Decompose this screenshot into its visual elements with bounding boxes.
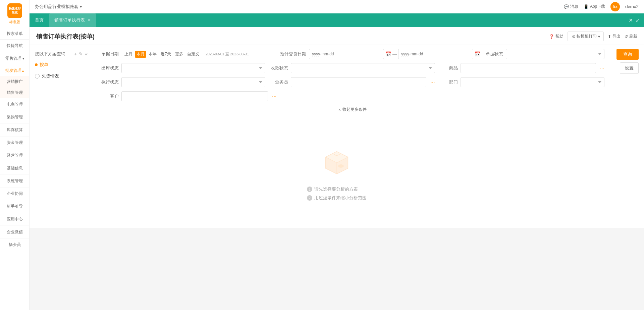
collapse-up-icon: ∧ bbox=[338, 107, 341, 112]
sidebar-item-system[interactable]: 系统管理 bbox=[0, 175, 29, 188]
tab-close-all-icon[interactable]: ✕ bbox=[629, 17, 633, 23]
tab-home[interactable]: 首页 bbox=[30, 13, 49, 27]
outbound-select[interactable] bbox=[121, 63, 265, 73]
filter-item-exec-status: 执行状态 bbox=[100, 77, 265, 87]
username-label[interactable]: demo2 bbox=[625, 4, 639, 9]
expand-icon: ▾ bbox=[22, 57, 24, 60]
sidebar-item-basic[interactable]: 基础信息 bbox=[0, 162, 29, 175]
app-logo: 畅捷送好生意 标准版 bbox=[0, 0, 29, 28]
refresh-button[interactable]: ↺ 刷新 bbox=[625, 34, 637, 39]
msg-icon: 💬 bbox=[564, 4, 569, 9]
print-button[interactable]: 🖨 按模板打印 ▾ bbox=[568, 32, 604, 41]
query-button[interactable]: 查询 bbox=[616, 49, 639, 60]
settings-button[interactable]: 设置 bbox=[620, 62, 639, 74]
topbar-title-arrow[interactable]: ▾ bbox=[80, 4, 82, 9]
exec-status-select[interactable] bbox=[121, 77, 265, 87]
date-tab-more[interactable]: 更多 bbox=[173, 51, 185, 58]
filter-item-salesperson: 业务员 ··· bbox=[269, 77, 435, 87]
filter-item-expected-date: 预计交货日期 📅 — 📅 bbox=[280, 49, 480, 59]
date-from-group: 📅 — 📅 bbox=[309, 49, 480, 59]
collapse-icon: ▴ bbox=[22, 69, 24, 72]
tab-expand-icon[interactable]: ⤢ bbox=[636, 17, 640, 23]
tab-close-icon[interactable]: ✕ bbox=[88, 18, 91, 22]
product-input[interactable] bbox=[461, 63, 596, 73]
filter-option-by-debt[interactable]: 欠货情况 bbox=[30, 70, 93, 82]
filter-item-status: 单据状态 bbox=[484, 49, 604, 59]
expected-date-from-input[interactable] bbox=[309, 49, 384, 59]
main-area: 办公用品行业模拟账套 ▾ 💬 消息 📱 App下载 Ea demo2 首页 销售… bbox=[30, 0, 644, 310]
date-tab-this-year[interactable]: 本年 bbox=[147, 51, 158, 58]
sidebar-item-retail-mgmt[interactable]: 零售管理 ▾ bbox=[0, 52, 29, 65]
dept-select[interactable] bbox=[461, 77, 604, 87]
help-button[interactable]: ❓ 帮助 bbox=[549, 34, 564, 39]
sidebar-item-member[interactable]: 畅会员 bbox=[0, 239, 29, 251]
topbar-right: 💬 消息 📱 App下载 Ea demo2 bbox=[564, 2, 639, 11]
customer-label: 客户 bbox=[100, 93, 119, 99]
filter-item-customer: 客户 ··· bbox=[100, 91, 276, 101]
app-download-button[interactable]: 📱 App下载 bbox=[584, 4, 605, 9]
sidebar-item-marketing[interactable]: 营销推广 bbox=[0, 76, 29, 87]
expected-date-label: 预计交货日期 bbox=[280, 51, 306, 57]
payment-label: 收款状态 bbox=[269, 65, 288, 71]
topbar-title: 办公用品行业模拟账套 ▾ bbox=[35, 4, 82, 10]
date-tabs: 上月 本月 本年 近7天 更多 自定义 bbox=[123, 51, 201, 58]
sidebar-item-operations[interactable]: 经营管理 bbox=[0, 149, 29, 162]
print-arrow-icon: ▾ bbox=[598, 34, 600, 39]
filter-collapse-icon[interactable]: « bbox=[85, 51, 88, 57]
filter-option-by-order[interactable]: 按单 bbox=[30, 59, 93, 70]
dept-label: 部门 bbox=[439, 79, 458, 85]
empty-state-icon bbox=[320, 146, 354, 179]
sidebar-item-quick-nav[interactable]: 快捷导航 bbox=[0, 40, 29, 52]
logo-icon: 畅捷送好生意 bbox=[7, 3, 22, 18]
salesperson-label: 业务员 bbox=[269, 79, 288, 85]
date-sep: — bbox=[392, 52, 397, 57]
msg-button[interactable]: 💬 消息 bbox=[564, 4, 578, 9]
filter-panel: 按以下方案查询 + ✎ « 按单 欠货情况 bbox=[30, 45, 644, 119]
sidebar-item-corp-wechat[interactable]: 企业微信 bbox=[0, 226, 29, 239]
avatar[interactable]: Ea bbox=[610, 2, 620, 11]
sidebar-item-inventory[interactable]: 库存核算 bbox=[0, 124, 29, 137]
page-title: 销售订单执行表(按单) bbox=[36, 33, 95, 41]
salesperson-input[interactable] bbox=[291, 77, 426, 87]
date-tab-custom[interactable]: 自定义 bbox=[185, 51, 201, 58]
customer-more-icon[interactable]: ··· bbox=[272, 93, 276, 99]
refresh-icon: ↺ bbox=[625, 34, 628, 39]
sidebar-item-wholesale-mgmt[interactable]: 批发管理 ▴ bbox=[0, 65, 29, 76]
help-icon: ❓ bbox=[549, 34, 554, 39]
sidebar-item-purchase[interactable]: 采购管理 bbox=[0, 111, 29, 124]
export-icon: ⬆ bbox=[608, 34, 611, 39]
sidebar-item-enterprise[interactable]: 企业协同 bbox=[0, 188, 29, 200]
sidebar-item-app-center[interactable]: 应用中心 bbox=[0, 213, 29, 226]
date-tab-last7[interactable]: 近7天 bbox=[159, 51, 173, 58]
salesperson-more-icon[interactable]: ··· bbox=[430, 79, 435, 85]
hint2-num: 2 bbox=[307, 195, 312, 201]
filter-add-icon[interactable]: + bbox=[74, 51, 77, 57]
sidebar-search[interactable]: 搜索菜单 bbox=[0, 28, 29, 40]
sidebar-item-ecommerce[interactable]: 电商管理 bbox=[0, 98, 29, 111]
page-header-actions: ❓ 帮助 🖨 按模板打印 ▾ ⬆ 导出 ↺ 刷新 bbox=[549, 32, 637, 41]
page-header: 销售订单执行表(按单) ❓ 帮助 🖨 按模板打印 ▾ ⬆ 导出 bbox=[30, 27, 644, 45]
payment-select[interactable] bbox=[291, 63, 435, 73]
customer-input[interactable] bbox=[121, 91, 268, 101]
export-button[interactable]: ⬆ 导出 bbox=[608, 34, 621, 39]
collapse-button[interactable]: ∧ 收起更多条件 bbox=[100, 105, 604, 115]
product-more-icon[interactable]: ··· bbox=[600, 65, 604, 71]
status-select[interactable] bbox=[506, 49, 604, 59]
filter-item-outbound: 出库状态 bbox=[100, 63, 265, 73]
svg-point-3 bbox=[338, 164, 344, 168]
filter-row-1: 单据日期 上月 本月 本年 近7天 更多 自定义 2023-03-01 至 20… bbox=[100, 49, 604, 59]
sidebar-item-sales-mgmt[interactable]: 销售管理 bbox=[0, 87, 29, 98]
calendar-from-icon[interactable]: 📅 bbox=[385, 51, 391, 57]
filter-form: 单据日期 上月 本月 本年 近7天 更多 自定义 2023-03-01 至 20… bbox=[93, 45, 611, 119]
tab-sales-exec[interactable]: 销售订单执行表 ✕ bbox=[49, 13, 96, 27]
print-icon: 🖨 bbox=[571, 34, 575, 39]
expected-date-to-input[interactable] bbox=[398, 49, 473, 59]
filter-edit-icon[interactable]: ✎ bbox=[79, 51, 83, 57]
filter-row-4: 客户 ··· bbox=[100, 91, 604, 101]
calendar-to-icon[interactable]: 📅 bbox=[475, 51, 480, 57]
date-tab-last-month[interactable]: 上月 bbox=[123, 51, 134, 58]
query-action-area: 查询 设置 bbox=[611, 45, 644, 119]
date-tab-this-month[interactable]: 本月 bbox=[135, 51, 146, 58]
sidebar-item-finance[interactable]: 资金管理 bbox=[0, 137, 29, 149]
sidebar-item-newbie[interactable]: 新手引导 bbox=[0, 200, 29, 213]
